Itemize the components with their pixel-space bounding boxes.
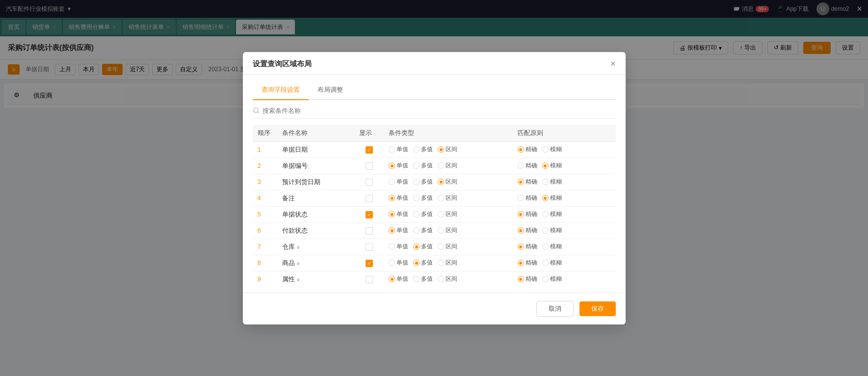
radio-label: 单值 bbox=[396, 194, 408, 202]
cell-rule: 精确模糊 bbox=[513, 158, 616, 174]
search-input[interactable] bbox=[260, 107, 616, 114]
type-radio-type_multi[interactable]: 多值 bbox=[413, 226, 433, 235]
show-checkbox[interactable] bbox=[366, 276, 373, 283]
rule-radio-rule_fuzzy[interactable]: 模糊 bbox=[542, 259, 562, 267]
type-radio-type_single[interactable]: 单值 bbox=[389, 242, 408, 251]
save-button[interactable]: 保存 bbox=[579, 301, 616, 316]
radio-dot bbox=[389, 276, 395, 282]
type-radio-type_single[interactable]: 单值 bbox=[389, 145, 408, 154]
cell-name: 商品 ∨ bbox=[277, 255, 355, 271]
cell-rule: 精确模糊 bbox=[513, 190, 616, 206]
cell-show[interactable] bbox=[354, 174, 384, 190]
rule-radio-rule_fuzzy[interactable]: 模糊 bbox=[542, 161, 562, 170]
cell-show[interactable] bbox=[354, 271, 384, 287]
radio-dot bbox=[438, 276, 444, 282]
cell-type: 单值多值区间 bbox=[384, 271, 513, 287]
type-radio-type_single[interactable]: 单值 bbox=[389, 275, 408, 283]
rule-radio-rule_exact[interactable]: 精确 bbox=[518, 161, 537, 170]
radio-dot bbox=[389, 146, 395, 153]
type-radio-type_range[interactable]: 区间 bbox=[438, 210, 457, 218]
rule-radio-rule_exact[interactable]: 精确 bbox=[518, 259, 537, 267]
cell-type: 单值多值区间 bbox=[384, 141, 513, 158]
type-radio-type_multi[interactable]: 多值 bbox=[413, 178, 433, 186]
tab-layout-adjust[interactable]: 布局调整 bbox=[309, 82, 352, 100]
rule-radio-rule_exact[interactable]: 精确 bbox=[518, 145, 537, 154]
radio-dot bbox=[518, 243, 524, 250]
cell-show[interactable] bbox=[354, 141, 384, 158]
type-radio-type_range[interactable]: 区间 bbox=[438, 178, 457, 186]
radio-label: 模糊 bbox=[550, 161, 562, 170]
rule-radio-rule_exact[interactable]: 精确 bbox=[518, 178, 537, 186]
cell-type: 单值多值区间 bbox=[384, 239, 513, 255]
show-checkbox[interactable] bbox=[366, 260, 373, 267]
cell-show[interactable] bbox=[354, 222, 384, 239]
radio-dot bbox=[389, 227, 395, 234]
type-radio-type_multi[interactable]: 多值 bbox=[413, 275, 433, 283]
rule-radio-rule_exact[interactable]: 精确 bbox=[518, 242, 537, 251]
radio-label: 精确 bbox=[526, 145, 537, 154]
radio-dot bbox=[413, 179, 420, 185]
cell-rule: 精确模糊 bbox=[513, 255, 616, 271]
rule-radio-rule_fuzzy[interactable]: 模糊 bbox=[542, 194, 562, 202]
radio-label: 单值 bbox=[396, 226, 408, 235]
type-radio-type_range[interactable]: 区间 bbox=[438, 194, 457, 202]
rule-radio-rule_fuzzy[interactable]: 模糊 bbox=[542, 210, 562, 218]
type-radio-type_single[interactable]: 单值 bbox=[389, 210, 408, 218]
cell-show[interactable] bbox=[354, 158, 384, 174]
rule-radio-rule_exact[interactable]: 精确 bbox=[518, 275, 537, 283]
show-checkbox[interactable] bbox=[366, 211, 373, 218]
rule-radio-rule_fuzzy[interactable]: 模糊 bbox=[542, 242, 562, 251]
cell-name: 单据编号 bbox=[277, 158, 355, 174]
type-radio-type_range[interactable]: 区间 bbox=[438, 242, 457, 251]
rule-radio-rule_fuzzy[interactable]: 模糊 bbox=[542, 178, 562, 186]
radio-dot bbox=[542, 276, 549, 282]
cell-show[interactable] bbox=[354, 190, 384, 206]
show-checkbox[interactable] bbox=[366, 243, 373, 251]
rule-radio-rule_fuzzy[interactable]: 模糊 bbox=[542, 226, 562, 235]
radio-label: 精确 bbox=[526, 178, 537, 186]
rule-radio-rule_exact[interactable]: 精确 bbox=[518, 194, 537, 202]
type-radio-type_single[interactable]: 单值 bbox=[389, 161, 408, 170]
cell-show[interactable] bbox=[354, 255, 384, 271]
dialog-close-button[interactable]: × bbox=[610, 59, 616, 69]
type-radio-type_multi[interactable]: 多值 bbox=[413, 242, 433, 251]
type-radio-type_multi[interactable]: 多值 bbox=[413, 210, 433, 218]
show-checkbox[interactable] bbox=[366, 179, 373, 186]
type-radio-type_range[interactable]: 区间 bbox=[438, 275, 457, 283]
cell-name: 仓库 ∨ bbox=[277, 239, 355, 255]
rule-radio-rule_exact[interactable]: 精确 bbox=[518, 226, 537, 235]
col-show: 显示 bbox=[354, 125, 384, 142]
type-radio-type_range[interactable]: 区间 bbox=[438, 259, 457, 267]
type-radio-type_multi[interactable]: 多值 bbox=[413, 161, 433, 170]
show-checkbox[interactable] bbox=[366, 146, 373, 154]
radio-label: 区间 bbox=[446, 242, 457, 251]
type-radio-type_single[interactable]: 单值 bbox=[389, 259, 408, 267]
cell-show[interactable] bbox=[354, 206, 384, 222]
cell-order: 4 bbox=[253, 190, 277, 206]
tab-query-settings[interactable]: 查询字段设置 bbox=[253, 82, 309, 100]
show-checkbox[interactable] bbox=[366, 162, 373, 170]
show-checkbox[interactable] bbox=[366, 195, 373, 202]
radio-label: 区间 bbox=[446, 210, 457, 218]
rule-radio-rule_exact[interactable]: 精确 bbox=[518, 210, 537, 218]
radio-label: 精确 bbox=[526, 275, 537, 283]
radio-label: 模糊 bbox=[550, 194, 562, 202]
radio-dot bbox=[518, 227, 524, 234]
type-radio-type_multi[interactable]: 多值 bbox=[413, 194, 433, 202]
type-radio-type_range[interactable]: 区间 bbox=[438, 145, 457, 154]
radio-dot bbox=[518, 162, 524, 169]
type-radio-type_range[interactable]: 区间 bbox=[438, 226, 457, 235]
type-radio-type_single[interactable]: 单值 bbox=[389, 178, 408, 186]
cell-name: 属性 ∨ bbox=[277, 271, 355, 287]
type-radio-type_single[interactable]: 单值 bbox=[389, 194, 408, 202]
type-radio-type_range[interactable]: 区间 bbox=[438, 161, 457, 170]
rule-radio-rule_fuzzy[interactable]: 模糊 bbox=[542, 145, 562, 154]
type-radio-type_multi[interactable]: 多值 bbox=[413, 145, 433, 154]
type-radio-type_multi[interactable]: 多值 bbox=[413, 259, 433, 267]
show-checkbox[interactable] bbox=[366, 227, 373, 235]
rule-radio-rule_fuzzy[interactable]: 模糊 bbox=[542, 275, 562, 283]
cell-show[interactable] bbox=[354, 239, 384, 255]
cancel-button[interactable]: 取消 bbox=[536, 301, 574, 317]
radio-label: 多值 bbox=[421, 194, 433, 202]
type-radio-type_single[interactable]: 单值 bbox=[389, 226, 408, 235]
